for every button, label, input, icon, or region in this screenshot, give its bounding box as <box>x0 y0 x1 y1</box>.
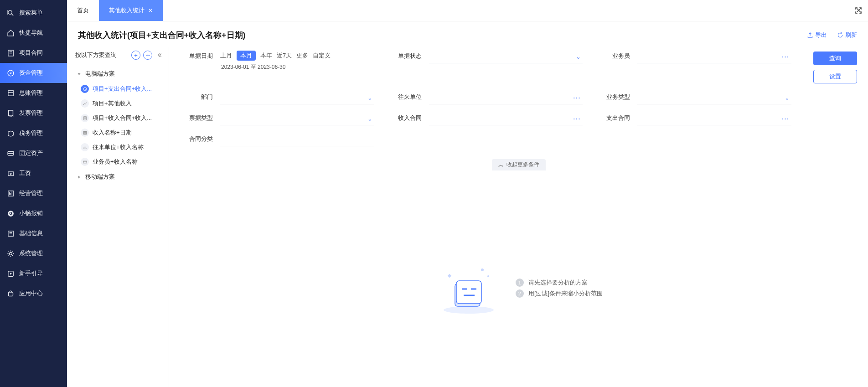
svg-text:G: G <box>9 211 12 216</box>
income-contract-input[interactable]: ··· <box>429 113 583 125</box>
contract-icon <box>6 49 15 57</box>
side-item-salary[interactable]: 工资 <box>0 163 67 183</box>
date-opt-7days[interactable]: 近7天 <box>277 52 292 60</box>
svg-rect-51 <box>448 273 451 277</box>
field-salesperson: 业务员 ··· <box>604 51 791 63</box>
scheme-item-3[interactable]: 收入名称+日期 <box>75 125 165 140</box>
scheme-item-4[interactable]: 往来单位+收入名称 <box>75 140 165 155</box>
side-item-search-menu[interactable]: 搜索菜单 <box>0 3 67 23</box>
status-select[interactable]: ⌄ <box>429 51 583 63</box>
side-item-app-center[interactable]: 应用中心 <box>0 284 67 304</box>
tax-icon <box>6 129 15 137</box>
svg-point-43 <box>444 306 494 314</box>
field-label: 单据状态 <box>396 51 429 60</box>
date-opt-this-month[interactable]: 本月 <box>237 51 256 61</box>
scheme-label: 项目+支出合同+收入... <box>93 85 152 93</box>
salesperson-input[interactable]: ··· <box>637 51 791 63</box>
department-select[interactable]: ⌄ <box>220 92 374 104</box>
chevron-down-icon: ⌄ <box>367 94 372 101</box>
chevron-up-icon: ︽ <box>498 161 504 169</box>
field-contract-class: 合同分类 <box>187 134 374 146</box>
side-item-fixed-assets[interactable]: 固定资产 <box>0 143 67 163</box>
field-label: 往来单位 <box>396 92 429 101</box>
date-opt-this-year[interactable]: 本年 <box>260 52 272 60</box>
field-label: 单据日期 <box>187 51 220 60</box>
empty-step-1: 1 请先选择要分析的方案 <box>516 279 603 287</box>
ticket-type-select[interactable]: ⌄ <box>220 113 374 125</box>
tab-label: 其他收入统计 <box>109 6 145 15</box>
tree-group-mobile[interactable]: 移动端方案 <box>71 169 165 185</box>
settings-button[interactable]: 设置 <box>813 70 857 83</box>
scheme-item-5[interactable]: 业务员+收入名称 <box>75 155 165 169</box>
query-button[interactable]: 查询 <box>813 52 857 65</box>
partner-input[interactable]: ··· <box>429 92 583 104</box>
refresh-button[interactable]: 刷新 <box>837 31 857 39</box>
side-item-tax[interactable]: 税务管理 <box>0 123 67 143</box>
biz-type-select[interactable]: ⌄ <box>637 92 791 104</box>
svg-point-27 <box>147 55 149 56</box>
side-item-project-contract[interactable]: 项目合同 <box>0 43 67 63</box>
side-label: 应用中心 <box>19 289 43 298</box>
chart-icon <box>81 99 89 108</box>
side-item-guide[interactable]: 新手引导 <box>0 263 67 284</box>
info-icon <box>6 229 15 237</box>
chevron-down-icon: ⌄ <box>785 94 790 101</box>
refresh-label: 刷新 <box>845 31 857 39</box>
step-text: 用[过滤]条件来缩小分析范围 <box>528 289 603 298</box>
field-date: 单据日期 上月 本月 本年 近7天 更多 自定义 2023- <box>187 51 374 71</box>
tab-other-income-stats[interactable]: 其他收入统计 ✕ <box>99 0 163 21</box>
side-item-general-ledger[interactable]: 总账管理 <box>0 83 67 103</box>
field-label: 业务员 <box>604 51 637 60</box>
date-opt-custom[interactable]: 自定义 <box>313 52 331 60</box>
side-label: 快捷导航 <box>19 29 43 37</box>
card-icon <box>81 158 89 166</box>
side-item-quick-nav[interactable]: 快捷导航 <box>0 23 67 43</box>
expense-icon: G <box>6 209 15 217</box>
page-title: 其他收入统计(项目+支出合同+收入名称+日期) <box>78 30 797 41</box>
search-icon <box>6 9 15 17</box>
date-opt-prev-month[interactable]: 上月 <box>220 52 232 60</box>
scheme-title: 按以下方案查询 <box>75 51 129 59</box>
scheme-item-1[interactable]: 项目+其他收入 <box>75 96 165 111</box>
svg-rect-45 <box>456 281 481 304</box>
scheme-settings-button[interactable] <box>143 51 152 60</box>
field-income-contract: 收入合同 ··· <box>396 113 583 125</box>
more-icon: ··· <box>573 115 581 122</box>
doc-icon <box>81 114 89 122</box>
side-item-business[interactable]: 经营管理 <box>0 183 67 203</box>
side-label: 总账管理 <box>19 89 43 97</box>
side-label: 固定资产 <box>19 149 43 157</box>
scheme-label: 收入名称+日期 <box>93 129 132 137</box>
scheme-label: 项目+其他收入 <box>93 99 132 108</box>
expense-contract-input[interactable]: ··· <box>637 113 791 125</box>
export-button[interactable]: 导出 <box>807 31 827 39</box>
group-label: 移动端方案 <box>85 173 115 181</box>
side-label: 搜索菜单 <box>19 9 43 17</box>
close-icon[interactable]: ✕ <box>148 7 153 14</box>
add-scheme-button[interactable]: + <box>131 51 140 60</box>
home-icon <box>6 29 15 37</box>
collapse-label: 收起更多条件 <box>506 161 539 169</box>
side-item-invoice[interactable]: 发票管理 <box>0 103 67 123</box>
contract-class-input[interactable] <box>220 134 374 146</box>
side-item-expense[interactable]: G 小畅报销 <box>0 203 67 223</box>
field-biz-type: 业务类型 ⌄ <box>604 92 791 104</box>
scheme-label: 往来单位+收入名称 <box>93 143 144 151</box>
side-label: 资金管理 <box>19 69 43 77</box>
svg-point-23 <box>9 252 12 255</box>
side-item-fund-management[interactable]: ¥ 资金管理 <box>0 63 67 83</box>
filter-panel: 单据日期 上月 本月 本年 近7天 更多 自定义 2023- <box>169 47 868 387</box>
tab-home[interactable]: 首页 <box>67 0 99 21</box>
side-item-basic-info[interactable]: 基础信息 <box>0 223 67 243</box>
scheme-item-0[interactable]: 项目+支出合同+收入... <box>75 82 165 96</box>
tree-group-desktop[interactable]: 电脑端方案 <box>71 66 165 82</box>
fullscreen-button[interactable] <box>854 6 863 15</box>
side-item-system[interactable]: 系统管理 <box>0 243 67 263</box>
collapse-conditions-button[interactable]: ︽ 收起更多条件 <box>492 159 546 170</box>
scheme-label: 业务员+收入名称 <box>93 158 138 166</box>
svg-point-13 <box>10 173 11 174</box>
scheme-item-2[interactable]: 项目+收入合同+收入... <box>75 111 165 125</box>
empty-state: 1 请先选择要分析的方案 2 用[过滤]条件来缩小分析范围 <box>169 170 868 387</box>
collapse-panel-button[interactable] <box>155 51 163 59</box>
date-opt-more[interactable]: 更多 <box>296 52 308 60</box>
